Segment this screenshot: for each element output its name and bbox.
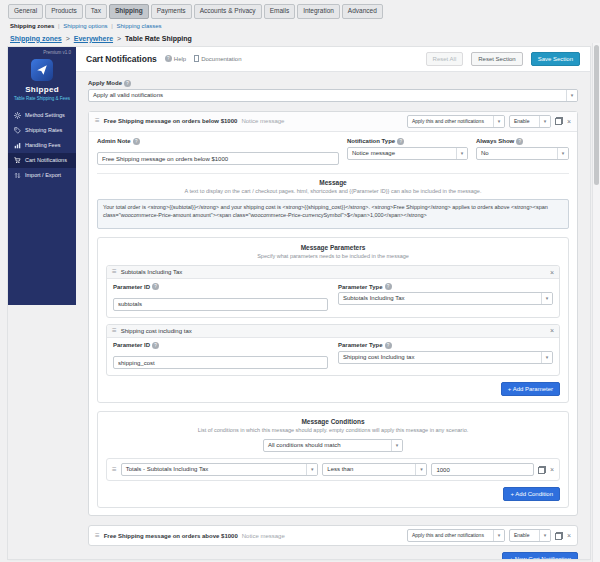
tab-advanced[interactable]: Advanced — [342, 4, 383, 19]
add-condition-button[interactable]: + Add Condition — [503, 487, 560, 501]
conditions-match-select[interactable]: All conditions should match ▾ — [263, 439, 403, 452]
notification-type-badge: Notice message — [241, 118, 284, 124]
sidebar-item-cart-notifications[interactable]: Cart Notifications — [8, 153, 76, 168]
scrollbar[interactable] — [592, 43, 600, 562]
notification-type-select[interactable]: Notice message ▾ — [347, 147, 468, 160]
notification-enable-select[interactable]: Enable ▾ — [509, 529, 551, 542]
subnav-shipping-zones[interactable]: Shipping zones — [10, 23, 54, 29]
drag-handle-icon[interactable]: ≡ — [95, 117, 100, 125]
parameter-id-input[interactable] — [113, 298, 328, 311]
sidebar-item-import-export[interactable]: Import / Export — [8, 168, 76, 183]
reset-all-button[interactable]: Reset All — [426, 52, 464, 66]
message-title: Message — [97, 179, 569, 186]
help-icon[interactable]: ? — [385, 283, 392, 290]
conditions-title: Message Conditions — [106, 418, 560, 425]
always-show-label-text: Always Show — [476, 138, 514, 144]
close-icon[interactable]: × — [550, 466, 554, 473]
drag-handle-icon[interactable]: ≡ — [112, 466, 117, 474]
help-icon[interactable]: ? — [133, 138, 140, 145]
help-icon: ? — [165, 55, 172, 62]
help-icon[interactable]: ? — [152, 342, 159, 349]
duplicate-icon[interactable] — [555, 117, 563, 125]
breadcrumb-everywhere[interactable]: Everywhere — [74, 35, 113, 42]
duplicate-icon[interactable] — [538, 466, 546, 474]
panel-content: Apply Mode ? Apply all valid notificatio… — [76, 72, 590, 559]
notification-card-2: ≡ Free Shipping message on orders above … — [88, 525, 578, 546]
sidebar-menu: Method Settings Shipping Rates Handling … — [8, 108, 76, 183]
scrollbar-thumb[interactable] — [594, 45, 599, 185]
duplicate-icon[interactable] — [555, 532, 563, 540]
sidebar-item-shipping-rates[interactable]: Shipping Rates — [8, 123, 76, 138]
close-icon[interactable]: × — [550, 269, 554, 276]
help-icon[interactable]: ? — [516, 138, 523, 145]
parameter-type-value: Subtotals Including Tax — [343, 295, 405, 301]
save-section-button[interactable]: Save Section — [531, 52, 580, 66]
chevron-down-icon: ▾ — [539, 530, 550, 541]
brand-name: Shipped — [8, 85, 76, 94]
condition-operator-value: Less than — [327, 466, 353, 472]
drag-handle-icon[interactable]: ≡ — [95, 532, 100, 540]
notification-apply-select[interactable]: Apply this and other notifications ▾ — [407, 529, 505, 542]
subnav-shipping-options[interactable]: Shipping options — [63, 23, 107, 29]
chevron-down-icon: ▾ — [415, 464, 426, 475]
help-icon[interactable]: ? — [397, 138, 404, 145]
close-icon[interactable]: × — [550, 327, 554, 334]
chevron-down-icon: ▾ — [306, 464, 317, 475]
documentation-link[interactable]: Documentation — [194, 55, 241, 62]
tab-integration[interactable]: Integration — [297, 4, 340, 19]
notification-apply-select[interactable]: Apply this and other notifications ▾ — [407, 115, 505, 128]
notification-header: ≡ Free Shipping message on orders below … — [89, 112, 577, 132]
tab-products[interactable]: Products — [45, 4, 83, 19]
chevron-down-icon: ▾ — [557, 148, 568, 159]
notification-title: Free Shipping message on orders below $1… — [104, 118, 238, 124]
brand-tagline: Table Rate Shipping & Fees — [8, 96, 76, 101]
drag-handle-icon[interactable]: ≡ — [112, 327, 117, 335]
tab-emails[interactable]: Emails — [264, 4, 296, 19]
subnav-shipping-classes[interactable]: Shipping classes — [117, 23, 162, 29]
condition-subject-select[interactable]: Totals - Subtotals Including Tax ▾ — [121, 463, 319, 476]
parameter-type-select[interactable]: Shipping cost Including tax ▾ — [338, 351, 553, 364]
close-icon[interactable]: × — [567, 532, 571, 539]
add-parameter-button[interactable]: + Add Parameter — [501, 382, 560, 396]
tab-accounts-privacy[interactable]: Accounts & Privacy — [194, 4, 262, 19]
tab-shipping[interactable]: Shipping — [109, 4, 149, 19]
notification-body: Admin Note ? Notification Type ? No — [89, 132, 577, 516]
drag-handle-icon[interactable]: ≡ — [112, 268, 117, 276]
parameter-id-input[interactable] — [113, 356, 328, 369]
parameter-type-select[interactable]: Subtotals Including Tax ▾ — [338, 292, 553, 305]
parameter-type-label: Parameter Type ? — [338, 342, 553, 349]
chevron-down-icon: ▾ — [493, 116, 504, 127]
apply-mode-select[interactable]: Apply all valid notifications ▾ — [88, 89, 578, 102]
message-textarea[interactable]: Your total order is <strong>{{subtotal}}… — [97, 199, 569, 229]
close-icon[interactable]: × — [567, 118, 571, 125]
admin-note-label: Admin Note ? — [97, 138, 339, 145]
always-show-select[interactable]: No ▾ — [476, 147, 569, 160]
help-link[interactable]: ? Help — [165, 55, 186, 62]
sidebar-item-label: Method Settings — [25, 112, 65, 118]
panel-header: Cart Notifications ? Help Documentation … — [76, 47, 590, 72]
new-cart-notification-button[interactable]: + New Cart Notification — [502, 552, 578, 559]
reset-section-button[interactable]: Reset Section — [471, 52, 522, 66]
admin-note-input[interactable] — [97, 152, 339, 165]
condition-value-input[interactable] — [431, 463, 534, 476]
condition-operator-select[interactable]: Less than ▾ — [322, 463, 427, 476]
message-section: Message A text to display on the cart / … — [97, 173, 569, 229]
sidebar-item-handling-fees[interactable]: Handling Fees — [8, 138, 76, 153]
breadcrumb-shipping-zones[interactable]: Shipping zones — [10, 35, 62, 42]
tab-tax[interactable]: Tax — [85, 4, 107, 19]
paper-plane-icon — [36, 64, 48, 76]
chevron-down-icon: ▾ — [566, 90, 577, 101]
cart-icon — [14, 157, 21, 164]
message-description: A text to display on the cart / checkout… — [97, 188, 569, 194]
parameter-name: Shipping cost including tax — [121, 328, 192, 334]
notification-enable-value: Enable — [514, 532, 530, 538]
help-icon[interactable]: ? — [124, 80, 131, 87]
tab-general[interactable]: General — [8, 4, 43, 19]
help-icon[interactable]: ? — [385, 342, 392, 349]
help-icon[interactable]: ? — [152, 283, 159, 290]
tab-payments[interactable]: Payments — [151, 4, 192, 19]
apply-mode-label-text: Apply Mode — [88, 80, 122, 86]
notification-enable-select[interactable]: Enable ▾ — [509, 115, 551, 128]
sidebar-item-method-settings[interactable]: Method Settings — [8, 108, 76, 123]
breadcrumb-separator: > — [117, 35, 121, 42]
